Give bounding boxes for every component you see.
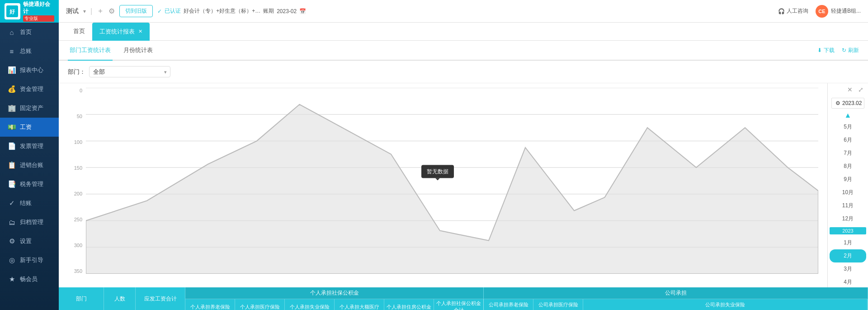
sidebar-item-7[interactable]: 📋 进销台账 [0, 156, 59, 175]
th-personal-group-header: 个人承担社保公积金 [185, 287, 483, 299]
month-item-5[interactable]: 10月 [830, 186, 866, 199]
tags-text: 好会计（专）+好生意（标）+… [184, 7, 260, 15]
sub-tab-monthly[interactable]: 月份统计表 [122, 41, 155, 61]
date-header[interactable]: ⚙ 2023.02 [831, 98, 864, 109]
sub-tabs-bar: 部门工资统计表 月份统计表 ⬇ 下载 ↻ 刷新 [59, 41, 868, 61]
th-count: 人数 [104, 287, 136, 310]
date-header-value: 2023.02 [842, 100, 862, 106]
salary-report-label: 工资统计报表 [99, 28, 135, 36]
month-item-12[interactable]: 4月 [830, 276, 866, 287]
service-btn[interactable]: 🎧 人工咨询 [778, 7, 808, 15]
sidebar-label-7: 进销台账 [20, 161, 43, 169]
chart-svg [86, 88, 818, 274]
month-item-11[interactable]: 3月 [830, 262, 866, 276]
topbar-right: 🎧 人工咨询 CE 轻捷通B组... [778, 5, 861, 18]
app-logo: 好 畅捷通好会计 专业版 [0, 0, 59, 23]
month-item-3[interactable]: 8月 [830, 160, 866, 173]
th-company-unemployment: 公司承担失业保险 [583, 299, 868, 310]
certified-icon: ✓ [157, 8, 162, 14]
th-company-group-header: 公司承担 [484, 287, 868, 299]
period-value: 2023-02 [277, 8, 297, 14]
sidebar-icon-11: ⚙ [7, 237, 16, 245]
calendar-icon[interactable]: 📅 [299, 8, 306, 14]
month-item-0[interactable]: 5月 [830, 120, 866, 134]
sidebar-label-3: 资金管理 [20, 85, 43, 93]
main-area: 测试 ▾ | ＋ ⚙ 切到旧版 ✓ 已认证 好会计（专）+好生意（标）+… 账期… [59, 0, 868, 310]
sidebar-label-0: 首页 [20, 28, 32, 36]
tab-home[interactable]: 首页 [66, 23, 92, 41]
tab-close-icon[interactable]: ✕ [138, 29, 142, 34]
th-personal-medical: 个人承担医疗保险 [235, 299, 285, 310]
sidebar-item-1[interactable]: ≡ 总账 [0, 42, 59, 61]
sidebar-item-2[interactable]: 📊 报表中心 [0, 61, 59, 80]
download-btn[interactable]: ⬇ 下载 [817, 47, 835, 54]
user-name-label: 轻捷通B组... [831, 7, 861, 15]
y-label-2: 100 [68, 139, 86, 145]
th-company-group: 公司承担 公司承担养老保险 公司承担医疗保险 公司承担失业保险 [484, 287, 868, 310]
month-list: 5月6月7月8月9月10月11月12月20231月2月3月4月 [828, 120, 868, 287]
month-item-9[interactable]: 1月 [830, 236, 866, 249]
sidebar-item-6[interactable]: 📄 发票管理 [0, 137, 59, 156]
th-dept: 部门 [59, 287, 104, 310]
month-item-8[interactable]: 2023 [830, 227, 866, 234]
chart-svg-wrapper: 暂无数据 [86, 88, 818, 274]
sidebar-label-1: 总账 [20, 47, 32, 55]
month-item-4[interactable]: 9月 [830, 173, 866, 186]
sidebar-item-3[interactable]: 💰 资金管理 [0, 80, 59, 99]
period-label: 账期 [263, 7, 274, 15]
sidebar-item-8[interactable]: 📑 税务管理 [0, 175, 59, 194]
month-item-6[interactable]: 11月 [830, 199, 866, 212]
sidebar-label-10: 归档管理 [20, 218, 43, 226]
month-item-1[interactable]: 6月 [830, 134, 866, 147]
sidebar-item-10[interactable]: 🗂 归档管理 [0, 213, 59, 232]
user-info: CE 轻捷通B组... [816, 5, 861, 18]
date-panel: ✕ ⤢ ⚙ 2023.02 ▲ 5月6月7月8月9月10月11月12月20231… [827, 83, 868, 287]
month-item-2[interactable]: 7月 [830, 147, 866, 160]
y-label-5: 250 [68, 217, 86, 222]
date-nav: ▲ [828, 110, 868, 120]
th-personal-housing-fund: 个人承担住房公积金 [384, 299, 434, 310]
sidebar-item-12[interactable]: ◎ 新手引导 [0, 251, 59, 270]
sub-tab-dept[interactable]: 部门工资统计表 [68, 41, 113, 61]
sidebar-item-13[interactable]: ★ 畅会员 [0, 270, 59, 289]
date-nav-up[interactable]: ▲ [841, 110, 855, 120]
sidebar-item-9[interactable]: ✓ 结账 [0, 194, 59, 213]
sidebar-icon-5: 💵 [7, 123, 16, 131]
y-label-1: 50 [68, 114, 86, 119]
sidebar-icon-6: 📄 [7, 142, 16, 150]
page-content: 部门工资统计表 月份统计表 ⬇ 下载 ↻ 刷新 部门： 全部 ▾ [59, 41, 868, 310]
th-company-pension: 公司承担养老保险 [484, 299, 533, 310]
refresh-btn[interactable]: ↻ 刷新 [842, 47, 859, 54]
chart-area: 350 300 250 200 150 100 50 0 [68, 88, 818, 287]
panel-expand-icon[interactable]: ⤢ [857, 85, 864, 94]
sidebar-icon-10: 🗂 [7, 219, 16, 226]
sidebar-item-5[interactable]: 💵 工资 [0, 118, 59, 137]
sidebar-icon-8: 📑 [7, 180, 16, 188]
headset-icon: 🎧 [778, 8, 785, 14]
project-dropdown-icon[interactable]: ▾ [83, 8, 86, 14]
sidebar-label-11: 设置 [20, 237, 32, 245]
settings-icon[interactable]: ⚙ [108, 7, 115, 15]
th-personal-unemployment: 个人承担失业保险 [285, 299, 335, 310]
y-label-4: 200 [68, 191, 86, 196]
sidebar-label-5: 工资 [20, 123, 32, 131]
switch-old-btn[interactable]: 切到旧版 [119, 5, 153, 17]
month-item-7[interactable]: 12月 [830, 212, 866, 225]
sidebar-item-0[interactable]: ⌂ 首页 [0, 23, 59, 42]
topbar: 测试 ▾ | ＋ ⚙ 切到旧版 ✓ 已认证 好会计（专）+好生意（标）+… 账期… [59, 0, 868, 23]
add-icon[interactable]: ＋ [97, 6, 104, 16]
th-personal-major-medical: 个人承担大额医疗 [335, 299, 384, 310]
app-name: 畅捷通好会计 [23, 1, 54, 15]
panel-close-icon[interactable]: ✕ [846, 85, 854, 94]
dept-filter-label: 部门： [68, 68, 85, 76]
th-gross-salary: 应发工资合计 [136, 287, 185, 310]
chart-and-panel: 350 300 250 200 150 100 50 0 [59, 83, 868, 287]
tab-salary-report[interactable]: 工资统计报表 ✕ [92, 23, 150, 41]
sidebar-label-13: 畅会员 [20, 275, 38, 283]
th-personal-group: 个人承担社保公积金 个人承担养老保险 个人承担医疗保险 个人承担失业保险 个人承… [185, 287, 484, 310]
month-item-10[interactable]: 2月 [830, 249, 866, 262]
dept-select[interactable]: 全部 [89, 66, 170, 77]
sidebar-item-4[interactable]: 🏢 固定资产 [0, 99, 59, 118]
sidebar-item-11[interactable]: ⚙ 设置 [0, 232, 59, 251]
sidebar-menu: ⌂ 首页 ≡ 总账 📊 报表中心 💰 资金管理 🏢 固定资产 💵 工资 📄 发票… [0, 23, 59, 310]
